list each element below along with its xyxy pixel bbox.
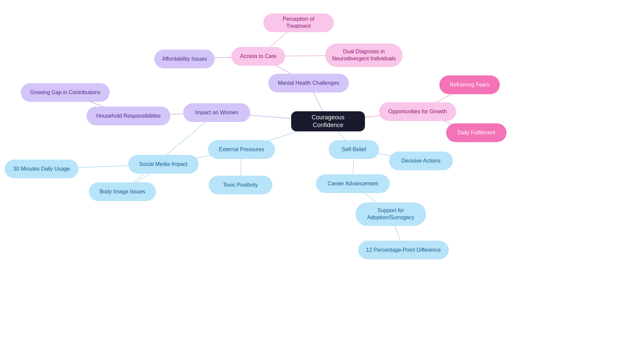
node-external-pressures[interactable]: External Pressures xyxy=(208,140,275,159)
node-household[interactable]: Household Responsibilities xyxy=(87,107,170,125)
node-self-belief[interactable]: Self-Belief xyxy=(329,140,379,159)
node-perception[interactable]: Perception of Treatment xyxy=(263,13,334,32)
node-opportunities[interactable]: Opportunities for Growth xyxy=(379,102,456,121)
node-growing-gap[interactable]: Growing Gap in Contributions xyxy=(21,83,110,102)
node-social-media[interactable]: Social Media Impact xyxy=(128,155,199,174)
node-access[interactable]: Access to Care xyxy=(231,47,285,66)
node-decisive-actions[interactable]: Decisive Actions xyxy=(389,152,453,170)
mind-map: Courageous ConfidencePerception of Treat… xyxy=(0,0,644,363)
node-career-advancement[interactable]: Career Advancement xyxy=(316,174,390,193)
node-mental-health[interactable]: Mental Health Challenges xyxy=(268,74,349,93)
node-30-minutes[interactable]: 30 Minutes Daily Usage xyxy=(5,160,78,178)
center-node[interactable]: Courageous Confidence xyxy=(291,111,365,131)
node-impact-women[interactable]: Impact on Women xyxy=(183,103,250,122)
node-toxic-positivity[interactable]: Toxic Positivity xyxy=(209,176,272,194)
node-affordability[interactable]: Affordability Issues xyxy=(154,50,215,68)
node-support-adoption[interactable]: Support for Adoption/Surrogacy xyxy=(356,202,426,226)
node-daily-fulfillment[interactable]: Daily Fulfillment xyxy=(446,123,506,142)
node-body-image[interactable]: Body Image Issues xyxy=(89,182,156,201)
node-dual-diagnosis[interactable]: Dual Diagnosis in Neurodivergent Individ… xyxy=(325,44,402,67)
node-12-percent[interactable]: 12 Percentage-Point Difference xyxy=(358,241,449,259)
node-reframing[interactable]: Reframing Fears xyxy=(439,75,500,94)
